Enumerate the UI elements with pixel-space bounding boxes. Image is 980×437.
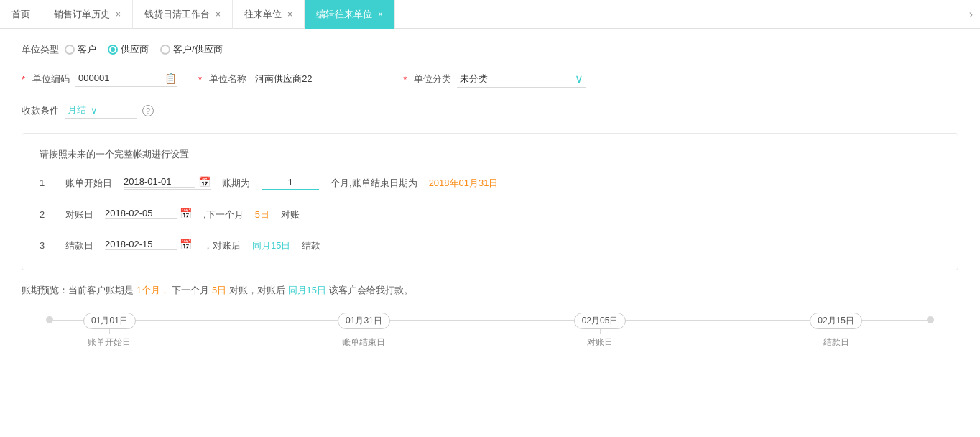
preview-section: 账期预览：当前客户账期是 1个月， 下一个月 5日 对账，对账后 同月15日 该… xyxy=(22,282,958,363)
payment-row: 收款条件 月结 ∨ ? xyxy=(22,102,958,119)
chevron-down-icon: ∨ xyxy=(575,72,583,86)
tab-partner-close[interactable]: × xyxy=(287,9,292,19)
unit-category-field: * 单位分类 未分类 ∨ xyxy=(403,70,586,88)
unit-category-dropdown[interactable]: 未分类 ∨ xyxy=(457,70,586,88)
tab-edit-label: 编辑往来单位 xyxy=(316,8,372,21)
unit-type-label: 单位类型 xyxy=(22,43,59,56)
radio-both[interactable]: 客户/供应商 xyxy=(160,43,223,56)
period-date-1-input[interactable] xyxy=(124,176,195,188)
unit-code-calendar-icon[interactable]: 📋 xyxy=(165,73,177,84)
tab-edit-partner[interactable]: 编辑往来单位 × xyxy=(305,0,395,29)
tab-partner-label: 往来单位 xyxy=(244,8,282,21)
unit-name-input[interactable] xyxy=(252,72,382,86)
radio-supplier-circle xyxy=(108,45,118,55)
tabs-bar: 首页 销售订单历史 × 钱货日清工作台 × 往来单位 × 编辑往来单位 × › xyxy=(0,0,980,29)
period-date-1-wrapper: 📅 xyxy=(124,176,211,190)
period-date-2-wrapper: 📅 xyxy=(105,208,192,221)
timeline-badge-2: 01月31日 xyxy=(338,313,390,329)
tab-edit-close[interactable]: × xyxy=(378,9,383,19)
timeline-start-dot xyxy=(46,316,53,323)
period-row-3: 3 结款日 📅 ，对账后 同月15日 结款 xyxy=(40,239,940,252)
timeline-point-1: 01月01日 账单开始日 xyxy=(83,313,136,349)
timeline-point-2: 01月31日 账单结束日 xyxy=(338,313,390,349)
period-cal-3-icon[interactable]: 📅 xyxy=(180,239,192,250)
period-row-2: 2 对账日 📅 ,下一个月 5日 对账 xyxy=(40,208,940,221)
period-box: 请按照未来的一个完整帐期进行设置 1 账单开始日 📅 账期为 个月,账单结束日期… xyxy=(22,133,958,270)
period-cal-1-icon[interactable]: 📅 xyxy=(198,176,211,188)
payment-field: 收款条件 月结 ∨ ? xyxy=(22,102,154,119)
tab-home[interactable]: 首页 xyxy=(0,0,42,29)
tab-home-label: 首页 xyxy=(11,8,30,21)
timeline-badge-1: 01月01日 xyxy=(83,313,136,329)
payment-value: 月结 xyxy=(68,104,86,116)
unit-code-input-wrapper: 📋 xyxy=(75,71,177,87)
unit-code-star: * xyxy=(22,74,25,85)
payment-chevron-icon: ∨ xyxy=(91,105,98,116)
period-period-label: 账期为 xyxy=(222,177,250,190)
period-label-3: 结款日 xyxy=(65,239,93,252)
payment-label: 收款条件 xyxy=(22,104,59,117)
unit-code-input[interactable] xyxy=(75,71,162,85)
tab-cash-work[interactable]: 钱货日清工作台 × xyxy=(133,0,233,29)
period-title: 请按照未来的一个完整帐期进行设置 xyxy=(40,148,940,161)
preview-text: 账期预览：当前客户账期是 1个月， 下一个月 5日 对账，对账后 同月15日 该… xyxy=(22,282,958,298)
radio-supplier[interactable]: 供应商 xyxy=(108,43,149,56)
unit-code-label: 单位编码 xyxy=(32,73,70,86)
radio-group: 客户 供应商 客户/供应商 xyxy=(65,43,223,56)
unit-code-field: * 单位编码 📋 xyxy=(22,71,177,87)
payment-select[interactable]: 月结 ∨ xyxy=(65,102,137,119)
preview-middle2: 对账，对账后 xyxy=(229,285,285,295)
timeline-point-4: 02月15日 结款日 xyxy=(810,313,862,349)
period-num-2: 2 xyxy=(40,209,54,220)
period-label-1: 账单开始日 xyxy=(65,177,112,190)
period-cal-2-icon[interactable]: 📅 xyxy=(180,208,192,219)
period-label-2: 对账日 xyxy=(65,208,93,221)
unit-category-value: 未分类 xyxy=(460,73,575,86)
preview-middle: 下一个月 xyxy=(172,285,209,295)
period-unit-label: 个月,账单结束日期为 xyxy=(330,177,417,190)
main-content: 单位类型 客户 供应商 客户/供应商 * 单位编码 xyxy=(0,29,980,437)
preview-highlight2: 5日 xyxy=(212,285,226,295)
timeline-wrapper: 01月01日 账单开始日 01月31日 账单结束日 02月05日 对账日 xyxy=(22,313,958,363)
unit-type-row: 单位类型 客户 供应商 客户/供应商 xyxy=(22,43,958,56)
tab-sales-label: 销售订单历史 xyxy=(54,8,110,21)
tab-sales-close[interactable]: × xyxy=(116,9,121,19)
period-months-input[interactable] xyxy=(262,175,319,190)
timeline-label-1: 账单开始日 xyxy=(88,336,131,349)
timeline-badge-4: 02月15日 xyxy=(810,313,862,329)
unit-name-star: * xyxy=(198,74,202,85)
radio-customer-label: 客户 xyxy=(78,43,96,56)
period-num-1: 1 xyxy=(40,178,54,188)
period-row3-highlight: 同月15日 xyxy=(252,239,290,252)
timeline-badge-3: 02月05日 xyxy=(574,313,627,329)
preview-prefix: 账期预览：当前客户账期是 xyxy=(22,285,134,295)
unit-name-label: 单位名称 xyxy=(209,73,246,86)
unit-name-field: * 单位名称 xyxy=(198,72,382,86)
unit-category-star: * xyxy=(403,74,407,85)
tabs-right-arrow[interactable]: › xyxy=(962,8,980,21)
timeline-label-3: 对账日 xyxy=(587,336,613,349)
period-row2-suffix: 对账 xyxy=(281,208,300,221)
period-date-3-input[interactable] xyxy=(105,239,177,250)
radio-both-label: 客户/供应商 xyxy=(173,43,223,56)
period-row3-prefix: ，对账后 xyxy=(203,239,241,252)
radio-customer[interactable]: 客户 xyxy=(65,43,96,56)
radio-customer-circle xyxy=(65,45,75,55)
tab-partner-units[interactable]: 往来单位 × xyxy=(233,0,305,29)
tab-cash-label: 钱货日清工作台 xyxy=(144,8,210,21)
period-date-3-wrapper: 📅 xyxy=(105,239,192,252)
period-date-2-input[interactable] xyxy=(105,208,177,219)
period-end-date: 2018年01月31日 xyxy=(429,177,499,190)
unit-category-label: 单位分类 xyxy=(414,73,451,86)
period-row2-highlight: 5日 xyxy=(255,208,269,221)
question-icon[interactable]: ? xyxy=(142,105,154,116)
unit-info-row: * 单位编码 📋 * 单位名称 * 单位分类 未分类 ∨ xyxy=(22,70,958,88)
tab-sales-order[interactable]: 销售订单历史 × xyxy=(42,0,133,29)
timeline-end-dot xyxy=(927,316,934,323)
timeline-label-4: 结款日 xyxy=(823,336,849,349)
preview-highlight3: 同月15日 xyxy=(288,285,326,295)
period-row-1: 1 账单开始日 📅 账期为 个月,账单结束日期为 2018年01月31日 xyxy=(40,175,940,190)
preview-highlight1: 1个月， xyxy=(137,285,170,295)
tab-cash-close[interactable]: × xyxy=(216,9,221,19)
period-row2-prefix: ,下一个月 xyxy=(203,208,244,221)
